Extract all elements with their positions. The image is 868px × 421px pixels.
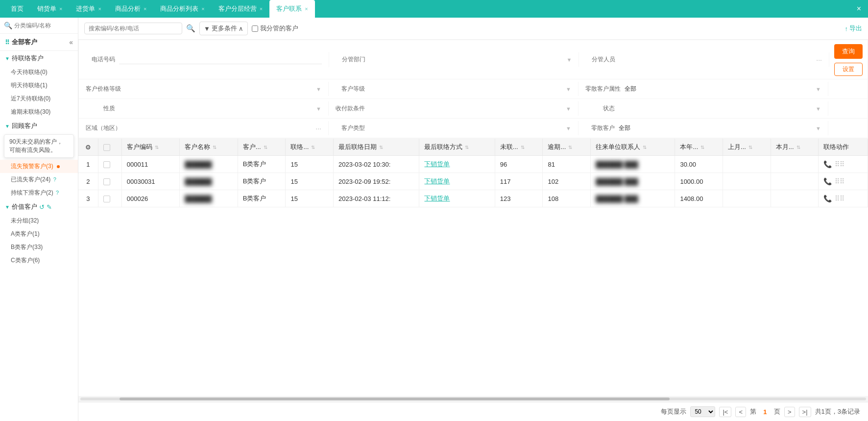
region-more-icon[interactable]: ··· [315, 124, 321, 132]
manager-select[interactable]: ··· [619, 56, 822, 64]
this-month-sort-icon[interactable]: ⇅ [796, 145, 800, 150]
scrollbar-thumb[interactable] [120, 397, 670, 400]
last-way-link-2[interactable]: 下销货单 [424, 195, 450, 202]
sidebar-search-input[interactable] [14, 22, 74, 29]
tab-3[interactable]: 商品分析列表× [153, 0, 211, 18]
sidebar-item-a-class[interactable]: A类客户(1) [0, 227, 78, 241]
contact-icon-2[interactable]: 📞 [823, 195, 832, 202]
first-page-button[interactable]: |< [719, 407, 731, 417]
dept-select[interactable]: ▼ [369, 57, 572, 63]
more-conditions-button[interactable]: ▼ 更多条件 ∧ [199, 22, 248, 35]
sidebar-item-tomorrow-pending[interactable]: 明天待联络(1) [0, 79, 78, 92]
customer-type-arrow-icon: ▼ [566, 125, 571, 131]
next-page-button[interactable]: > [784, 407, 795, 417]
value-edit-icon[interactable]: ✎ [47, 203, 52, 211]
prev-page-button[interactable]: < [735, 407, 746, 417]
row-checkbox-1[interactable] [103, 178, 110, 185]
sidebar-item-today-pending[interactable]: 今天待联络(0) [0, 66, 78, 79]
query-button[interactable]: 查询 [834, 44, 863, 59]
price-level-select[interactable]: ▼ [125, 86, 321, 92]
payment-select[interactable]: ▼ [369, 106, 571, 112]
tab-close-3[interactable]: × [201, 6, 204, 12]
sidebar-item-week-pending[interactable]: 近7天待联络(0) [0, 92, 78, 105]
status-select[interactable]: ▼ [619, 106, 821, 112]
cell-check-1[interactable] [98, 173, 121, 190]
last-way-link-0[interactable]: 下销货单 [424, 160, 450, 168]
tab-close-5[interactable]: × [305, 6, 308, 12]
more-action-icon-0[interactable]: ⠿⠿ [835, 160, 844, 168]
not-contacted-sort-icon[interactable]: ⇅ [521, 145, 525, 150]
cell-last-way-1[interactable]: 下销货单 [419, 173, 495, 190]
tab-4[interactable]: 客户分层经营× [212, 0, 269, 18]
last-month-sort-icon[interactable]: ⇅ [748, 145, 752, 150]
tab-1[interactable]: 进货单× [69, 0, 108, 18]
cell-last-way-2[interactable]: 下销货单 [419, 190, 495, 207]
type-sort-icon[interactable]: ⇅ [264, 145, 267, 150]
th-settings[interactable]: ⚙ [78, 139, 98, 156]
row-checkbox-2[interactable] [103, 196, 110, 202]
search-input[interactable] [84, 23, 182, 34]
th-select-all[interactable] [98, 139, 121, 156]
cell-last-way-0[interactable]: 下销货单 [419, 156, 495, 173]
sidebar-group-review-title[interactable]: ▼ 回顾客户 [0, 119, 78, 133]
more-action-icon-2[interactable]: ⠿⠿ [835, 195, 844, 202]
customer-type-select[interactable]: ▼ [369, 125, 571, 131]
my-customers-checkbox[interactable]: 我分管的客户 [252, 24, 298, 33]
contact-sort-icon[interactable]: ⇅ [311, 145, 315, 150]
retail-attr-select[interactable]: 全部 ▼ [625, 85, 821, 93]
sidebar-item-churned[interactable]: 已流失客户(24) ? [0, 173, 78, 186]
retail-customer-select[interactable]: 全部 ▼ [619, 124, 821, 132]
tab-2[interactable]: 商品分析× [108, 0, 153, 18]
overdue-sort-icon[interactable]: ⇅ [568, 145, 572, 150]
home-tab[interactable]: 首页 [4, 0, 30, 18]
tab-0[interactable]: 销货单× [30, 0, 69, 18]
name-sort-icon[interactable]: ⇅ [213, 145, 217, 150]
sidebar-group-pending-title[interactable]: ▼ 待联络客户 [0, 51, 78, 66]
search-button[interactable]: 🔍 [186, 24, 195, 33]
last-way-link-1[interactable]: 下销货单 [424, 177, 450, 185]
tab-close-0[interactable]: × [59, 6, 62, 12]
region-select[interactable]: ··· [125, 124, 321, 132]
code-sort-icon[interactable]: ⇅ [155, 145, 159, 150]
window-close-button[interactable]: × [850, 4, 868, 13]
settings-button[interactable]: 设置 [834, 63, 863, 76]
last-page-button[interactable]: >| [799, 407, 811, 417]
sidebar-search-bar[interactable]: 🔍 [0, 18, 78, 34]
sidebar-item-overdue-pending[interactable]: 逾期未联络(30) [0, 105, 78, 119]
tab-close-2[interactable]: × [144, 6, 146, 12]
manager-more-icon[interactable]: ··· [816, 56, 822, 64]
tab-close-1[interactable]: × [98, 6, 101, 12]
sidebar-item-c-class[interactable]: C类客户(6) [0, 254, 78, 267]
row-checkbox-0[interactable] [103, 161, 110, 168]
tab-close-4[interactable]: × [260, 6, 263, 12]
sidebar-item-b-class[interactable]: B类客户(33) [0, 241, 78, 254]
last-way-sort-icon[interactable]: ⇅ [465, 145, 469, 150]
sidebar-group-value-title[interactable]: ▼ 价值客户 ↺ ✎ [0, 199, 78, 214]
sidebar-item-no-group[interactable]: 未分组(32) [0, 214, 78, 227]
cell-check-2[interactable] [98, 190, 121, 207]
sidebar-collapse-button[interactable]: « [69, 38, 73, 46]
scrollbar-track[interactable] [80, 397, 866, 400]
phone-input[interactable] [119, 55, 322, 64]
unit-sort-icon[interactable]: ⇅ [643, 145, 647, 150]
nature-select[interactable]: ▼ [119, 106, 321, 112]
cell-check-0[interactable] [98, 156, 121, 173]
sidebar-item-declining[interactable]: 持续下滑客户(2) ? [0, 186, 78, 199]
cell-not-contacted-2: 123 [495, 190, 543, 207]
export-button[interactable]: ↑ 导出 [845, 24, 863, 33]
select-all-checkbox[interactable] [103, 144, 110, 151]
value-refresh-icon[interactable]: ↺ [39, 203, 45, 211]
sidebar-item-churn-warning[interactable]: 流失预警客户(3) [0, 160, 78, 173]
per-page-select[interactable]: 50 20 100 [690, 406, 715, 417]
this-year-sort-icon[interactable]: ⇅ [700, 145, 704, 150]
horizontal-scrollbar[interactable] [78, 396, 868, 402]
last-date-sort-icon[interactable]: ⇅ [379, 145, 383, 150]
tab-5[interactable]: 客户联系× [269, 0, 314, 18]
contact-icon-1[interactable]: 📞 [823, 177, 832, 185]
customer-level-select[interactable]: ▼ [369, 86, 571, 92]
customer-type-label: 客户类型 [336, 124, 365, 132]
my-customers-check[interactable] [252, 25, 258, 32]
export-label: 导出 [849, 24, 862, 33]
more-action-icon-1[interactable]: ⠿⠿ [835, 177, 844, 185]
contact-icon-0[interactable]: 📞 [823, 160, 832, 168]
